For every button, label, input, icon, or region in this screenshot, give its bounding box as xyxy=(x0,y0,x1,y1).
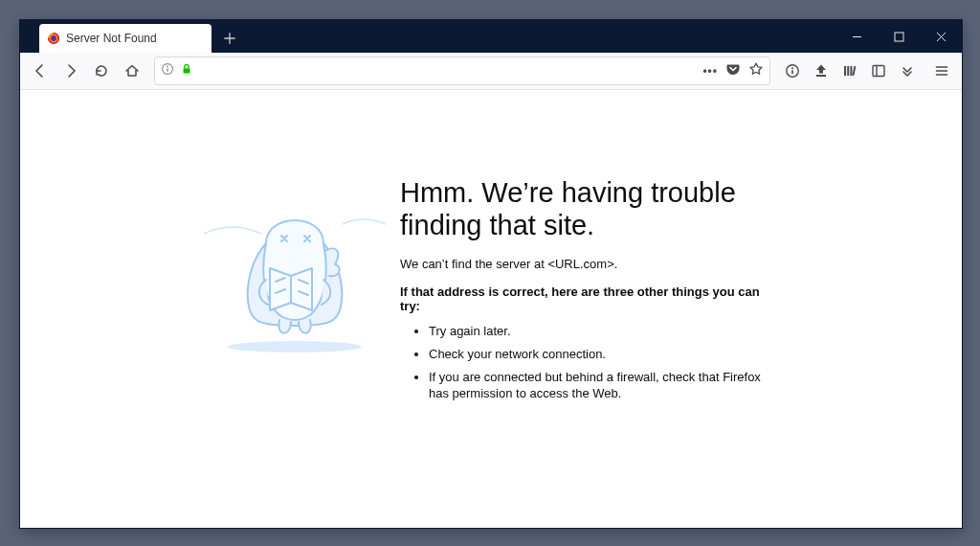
error-tips-list: Try again later. Check your network conn… xyxy=(400,323,783,401)
new-tab-button[interactable] xyxy=(215,24,244,53)
lock-icon xyxy=(180,62,193,80)
svg-rect-5 xyxy=(167,68,167,72)
svg-rect-15 xyxy=(873,66,884,77)
error-message: We can’t find the server at <URL.com>. xyxy=(400,257,783,271)
svg-rect-14 xyxy=(852,66,856,76)
home-button[interactable] xyxy=(118,57,146,85)
toolbar-right xyxy=(778,57,956,85)
svg-rect-13 xyxy=(850,66,852,76)
svg-point-4 xyxy=(167,66,168,68)
pocket-icon[interactable] xyxy=(725,61,741,80)
library-icon[interactable] xyxy=(835,57,864,85)
svg-rect-10 xyxy=(816,75,826,77)
svg-point-1 xyxy=(51,35,56,41)
svg-rect-2 xyxy=(895,33,903,41)
url-bar-actions: ••• xyxy=(702,61,764,80)
window-controls xyxy=(835,20,962,53)
error-illustration xyxy=(199,176,390,368)
svg-point-17 xyxy=(228,341,362,353)
svg-rect-12 xyxy=(847,66,849,76)
page-content: Hmm. We’re having trouble finding that s… xyxy=(20,90,962,528)
tab-title: Server Not Found xyxy=(66,32,204,45)
firefox-favicon-icon xyxy=(47,32,60,45)
url-bar[interactable]: ••• xyxy=(154,57,770,85)
reload-button[interactable] xyxy=(87,57,116,85)
overflow-icon[interactable] xyxy=(893,57,922,85)
error-tip: If you are connected but behind a firewa… xyxy=(429,369,783,402)
svg-rect-11 xyxy=(844,66,846,76)
page-actions-icon[interactable]: ••• xyxy=(702,64,718,78)
browser-window: Server Not Found xyxy=(19,19,963,529)
info-icon xyxy=(161,62,174,80)
back-button[interactable] xyxy=(26,57,55,85)
svg-rect-9 xyxy=(791,70,793,74)
error-tip: Try again later. xyxy=(429,323,783,340)
error-container: Hmm. We’re having trouble finding that s… xyxy=(199,176,783,408)
error-tip: Check your network connection. xyxy=(429,346,783,363)
forward-button[interactable] xyxy=(56,57,85,85)
svg-rect-6 xyxy=(184,68,190,73)
app-menu-button[interactable] xyxy=(927,57,956,85)
error-subheading: If that address is correct, here are thr… xyxy=(400,284,783,313)
error-text: Hmm. We’re having trouble finding that s… xyxy=(400,176,783,408)
svg-point-8 xyxy=(791,67,793,69)
title-bar: Server Not Found xyxy=(20,20,962,53)
window-close-button[interactable] xyxy=(920,20,962,53)
browser-tab[interactable]: Server Not Found xyxy=(39,24,212,53)
bookmark-star-icon[interactable] xyxy=(748,61,764,80)
tracking-protection-icon[interactable] xyxy=(778,57,807,85)
site-identity[interactable] xyxy=(161,62,193,80)
window-minimize-button[interactable] xyxy=(835,20,878,53)
error-heading: Hmm. We’re having trouble finding that s… xyxy=(400,176,783,241)
navigation-toolbar: ••• xyxy=(20,53,962,90)
sidebar-icon[interactable] xyxy=(864,57,893,85)
window-maximize-button[interactable] xyxy=(878,20,920,53)
downloads-icon[interactable] xyxy=(807,57,835,85)
